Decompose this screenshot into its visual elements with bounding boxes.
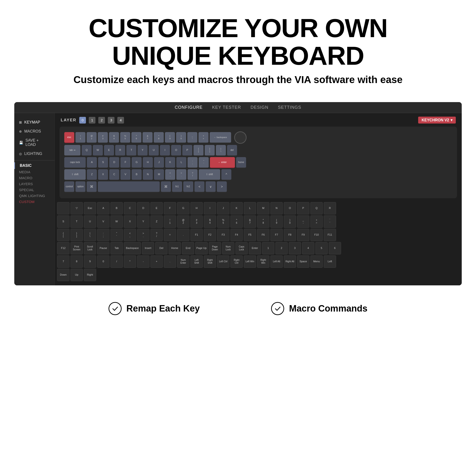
bkey-z[interactable]: Z [151,215,163,228]
bkey-scroll-lock[interactable]: ScrollLock [84,242,96,255]
key-option[interactable]: option [75,181,85,192]
key-esc[interactable]: esc [64,132,74,143]
bkey-left-arrow[interactable]: Left [324,255,336,268]
bkey-l[interactable]: L [244,202,256,214]
bkey-t[interactable]: T [70,215,83,228]
key-r[interactable]: R [115,145,125,156]
layer-btn-4[interactable]: 4 [117,117,124,123]
nav-design[interactable]: DESIGN [251,105,269,110]
bkey-gt[interactable]: >. [137,229,150,241]
bkey-o[interactable]: O [284,202,296,214]
bkey-equals[interactable]: = [164,229,176,241]
bkey-y[interactable]: Y [137,215,150,228]
bkey-underscore[interactable]: _- [297,215,309,228]
key-space[interactable] [98,181,160,192]
bkey-num-lock[interactable]: NumLock [222,242,235,255]
bkey-amp[interactable]: &7 [244,215,256,228]
key-b[interactable]: B [132,169,142,180]
keyboard-model-badge[interactable]: KEYCHRON V2 ▾ [418,117,456,123]
nav-key-tester[interactable]: KEY TESTER [212,105,241,110]
key-e[interactable]: E [104,145,114,156]
bkey-left-shift[interactable]: LeftShift [190,255,203,268]
key-backslash[interactable]: |\ [216,145,226,156]
bkey-pipe[interactable]: |\ [84,229,96,241]
bkey-home[interactable]: Home [169,242,181,255]
bkey-num7[interactable]: 7 [57,255,69,268]
key-j[interactable]: J [154,157,164,168]
key-4[interactable]: $4 [109,132,119,143]
bkey-num-dot[interactable]: . [164,255,176,268]
key-y[interactable]: Y [137,145,148,156]
key-up[interactable]: ^ [221,169,231,180]
layer-btn-1[interactable]: 1 [89,117,95,123]
bkey-num6[interactable]: 6 [329,242,341,255]
key-right[interactable]: > [217,181,227,192]
bkey-excl[interactable]: !1 [164,215,176,228]
key-minus[interactable]: _- [187,132,197,143]
bkey-question[interactable]: ?/ [151,229,163,241]
bkey-p[interactable]: P [297,202,309,214]
bkey-left-win[interactable]: Left Win [244,255,256,268]
bkey-dot[interactable]: . [177,229,189,241]
key-l[interactable]: L [176,157,186,168]
bkey-f2[interactable]: F2 [204,229,216,241]
bkey-page-up[interactable]: Page Up [195,242,208,255]
key-control[interactable]: control [64,181,74,192]
bkey-num9[interactable]: 9 [84,255,96,268]
key-comma[interactable]: <, [165,169,175,180]
key-tab[interactable]: tab ⇥ [64,145,81,156]
bkey-del2[interactable]: Del [155,242,168,255]
key-3[interactable]: #3 [98,132,108,143]
bkey-down-arrow[interactable]: Down [57,269,69,281]
key-1[interactable]: !1 [75,132,85,143]
key-enter[interactable]: ← enter [210,157,235,168]
bkey-f7[interactable]: F7 [270,229,283,241]
key-capslock[interactable]: caps lock [64,157,86,168]
bkey-f5[interactable]: F5 [244,229,256,241]
knob[interactable] [234,131,247,144]
key-home[interactable]: home [236,157,246,168]
bkey-up-arrow[interactable]: Up [70,269,83,281]
key-v[interactable]: V [120,169,130,180]
bkey-k[interactable]: K [230,202,243,214]
category-media[interactable]: MEDIA [14,169,54,175]
bkey-right-shift[interactable]: RightShift [204,255,216,268]
key-q[interactable]: Q [82,145,92,156]
bkey-h[interactable]: H [190,202,203,214]
category-qmk-lighting[interactable]: QMK LIGHTING [14,193,54,199]
bkey-lbrace[interactable]: {[ [57,229,69,241]
bkey-space[interactable]: Space [297,255,309,268]
bkey-rparen[interactable]: )0 [284,215,296,228]
key-x[interactable]: X [98,169,108,180]
bkey-f8[interactable]: F8 [284,229,296,241]
bkey-num-mul[interactable]: * [124,255,136,268]
bkey-f10[interactable]: F10 [310,229,323,241]
bkey-f1[interactable]: F1 [190,229,203,241]
category-basic[interactable]: BASIC [14,162,54,169]
key-slash[interactable]: ?/ [187,169,198,180]
bkey-w[interactable]: W [110,215,123,228]
key-fn2[interactable]: fn2 [183,181,193,192]
sidebar-macros[interactable]: ⊕ MACROS [14,127,54,136]
bkey-d[interactable]: D [137,202,150,214]
bkey-at[interactable]: @2 [177,215,189,228]
category-special[interactable]: SPECIAL [14,187,54,193]
bkey-right-arrow[interactable]: Right [84,269,96,281]
key-period[interactable]: >. [176,169,186,180]
key-backspace[interactable]: ← backspace [210,132,231,143]
bkey-num8[interactable]: 8 [70,255,83,268]
bkey-dollar[interactable]: $4 [204,215,216,228]
bkey-trns[interactable]: ▽ [70,202,83,214]
category-layers[interactable]: LAYERS [14,181,54,187]
key-f[interactable]: F [120,157,130,168]
key-semicolon[interactable]: :; [187,157,198,168]
bkey-num-div[interactable]: / [110,255,123,268]
bkey-f11[interactable]: F11 [324,229,336,241]
bkey-dquote[interactable]: "' [110,229,123,241]
bkey-right-ctrl[interactable]: RightCtrl [230,255,243,268]
bkey-q[interactable]: Q [310,202,323,214]
bkey-num4[interactable]: 4 [302,242,314,255]
bkey-lt[interactable]: <, [124,229,136,241]
bkey-num5[interactable]: 5 [315,242,328,255]
key-left[interactable]: < [194,181,204,192]
